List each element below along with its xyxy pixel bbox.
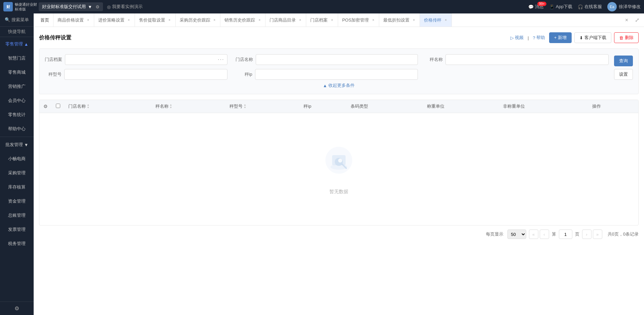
sidebar-item-smart-shop[interactable]: 智慧门店: [0, 51, 34, 65]
sidebar-item-inventory[interactable]: 库存核算: [0, 180, 34, 194]
page-number-input[interactable]: [559, 230, 572, 239]
sidebar-item-general-ledger[interactable]: 总账管理: [0, 208, 34, 222]
settings-icon[interactable]: ⚙: [96, 4, 100, 9]
download-client-button[interactable]: ⬇ 客户端下载: [574, 32, 611, 43]
tab-home[interactable]: 首页: [36, 13, 53, 27]
tab-price-scale[interactable]: 价格传秤 ×: [420, 13, 452, 27]
tab-close-shop-catalog[interactable]: ×: [298, 18, 302, 22]
video-icon: ▷: [510, 35, 514, 40]
tab-purchase-strategy[interactable]: 进价策略设置 ×: [94, 13, 135, 27]
page-size-select[interactable]: 50 10 20 100: [507, 230, 526, 239]
tab-close-purchase-strategy[interactable]: ×: [127, 18, 131, 22]
headset-icon: 🎧: [578, 4, 583, 9]
content-area: 首页 商品价格设置 × 进价策略设置 × 售价提取设置 × 采购历史价跟踪 × …: [34, 13, 644, 315]
tab-bar: 首页 商品价格设置 × 进价策略设置 × 售价提取设置 × 采购历史价跟踪 × …: [34, 13, 644, 27]
page-suffix: 页: [575, 231, 579, 237]
sort-scale-model[interactable]: 秤型号 ▲▼: [229, 103, 246, 109]
sidebar-item-help-center[interactable]: 帮助中心: [0, 122, 34, 136]
messages-button[interactable]: 💬 消息 99+: [528, 4, 544, 10]
th-operation: 操作: [588, 100, 638, 113]
tab-sales-history[interactable]: 销售历史价跟踪 ×: [220, 13, 265, 27]
sidebar-item-online-store[interactable]: 零售商城: [0, 65, 34, 79]
sidebar-item-member-center[interactable]: 会员中心: [0, 94, 34, 108]
help-video-link[interactable]: ▷ 视频: [510, 35, 524, 41]
tab-purchase-history[interactable]: 采购历史价跟踪 ×: [176, 13, 221, 27]
eye-icon: ◎: [107, 4, 111, 9]
sidebar-item-tax-mgmt[interactable]: 税务管理: [0, 237, 34, 251]
tab-shop-catalog[interactable]: 门店商品目录 ×: [265, 13, 306, 27]
th-weight-unit: 称重单位: [423, 100, 499, 113]
tab-close-all-button[interactable]: ×: [623, 16, 630, 24]
sidebar-settings-icon[interactable]: ⚙: [0, 305, 34, 312]
mobile-icon: 📱: [549, 4, 554, 9]
th-non-weight-unit: 非称重单位: [499, 100, 588, 113]
tab-close-sales-history[interactable]: ×: [258, 18, 261, 22]
filter-shop-name: 门店名称: [236, 54, 418, 65]
sidebar-item-retail-mgmt[interactable]: 零售管理 ▲: [0, 37, 34, 51]
tab-pos-management[interactable]: POS加密管理 ×: [338, 13, 379, 27]
tab-close-commodity-price[interactable]: ×: [86, 18, 90, 22]
th-shop-name: 门店名称 ▲▼: [64, 100, 151, 113]
tab-close-sale-price[interactable]: ×: [168, 18, 171, 22]
filter-scale-name-input[interactable]: [445, 54, 609, 65]
page-size-label: 每页显示: [486, 231, 503, 237]
first-page-button[interactable]: «: [529, 230, 538, 239]
sidebar-item-finance-mgmt[interactable]: 资金管理: [0, 194, 34, 208]
collapse-row: ▲ 收起更多条件: [45, 82, 633, 89]
th-barcode-type: 条码类型: [347, 100, 423, 113]
tab-close-shop-file[interactable]: ×: [330, 18, 334, 22]
tab-sale-price[interactable]: 售价提取设置 ×: [135, 13, 176, 27]
page-title: 价格传秤设置: [39, 34, 71, 41]
sort-scale-name[interactable]: 秤名称 ▲▼: [155, 103, 172, 109]
tab-min-discount[interactable]: 最低折扣设置 ×: [379, 13, 420, 27]
th-scale-name: 秤名称 ▲▼: [151, 100, 225, 113]
empty-row: 暂无数据: [39, 113, 638, 225]
settings-button[interactable]: 设置: [614, 69, 633, 80]
sidebar-item-purchase-mgmt[interactable]: 采购管理: [0, 166, 34, 180]
sidebar-item-retail-stats[interactable]: 零售统计: [0, 108, 34, 122]
tab-close-price-scale[interactable]: ×: [444, 18, 448, 22]
demo-link[interactable]: ◎ 我要看实例演示: [107, 4, 143, 10]
online-service-button[interactable]: 🎧 在线客服: [578, 4, 602, 10]
next-page-button[interactable]: ›: [582, 230, 592, 239]
filter-shop-name-input[interactable]: [256, 54, 418, 65]
empty-text: 暂无数据: [50, 189, 628, 195]
sidebar-quick-nav[interactable]: 快捷导航: [0, 27, 34, 37]
sort-shop-name[interactable]: 门店名称 ▲▼: [68, 103, 90, 109]
delete-icon: 🗑: [619, 35, 623, 40]
delete-button[interactable]: 🗑 删除: [614, 32, 639, 43]
sidebar-search[interactable]: 🔍 搜索菜单: [0, 13, 34, 27]
prev-page-button[interactable]: ‹: [540, 230, 549, 239]
search-icon: 🔍: [5, 17, 10, 22]
last-page-button[interactable]: »: [593, 230, 602, 239]
sidebar-item-marketing[interactable]: 营销推广: [0, 79, 34, 94]
query-button[interactable]: 查询: [614, 56, 633, 66]
tab-shop-file[interactable]: 门店档案 ×: [306, 13, 338, 27]
filter-scale-model-label: 秤型号: [45, 71, 62, 77]
collapse-button[interactable]: ▲ 收起更多条件: [323, 82, 355, 89]
tab-commodity-price[interactable]: 商品价格设置 ×: [53, 13, 94, 27]
filter-scale-model-input[interactable]: [64, 69, 227, 80]
sidebar-item-wholesale-mgmt[interactable]: 批发管理 ▼: [0, 138, 34, 152]
add-button[interactable]: + 新增: [549, 32, 572, 43]
user-menu[interactable]: Ea 徐泽华修改: [607, 2, 641, 11]
column-settings-icon[interactable]: ⚙: [43, 104, 48, 109]
arrow-down-icon: ▼: [24, 142, 29, 147]
sidebar-item-invoice-mgmt[interactable]: 发票管理: [0, 222, 34, 237]
sidebar-item-xiaochangec[interactable]: 小畅电商: [0, 152, 34, 166]
tab-maximize-button[interactable]: ⤢: [633, 16, 641, 24]
filter-shop-file-input[interactable]: ···: [65, 54, 227, 65]
tab-close-purchase-history[interactable]: ×: [213, 18, 216, 22]
message-icon: 💬: [528, 4, 534, 9]
pagination-bar: 每页显示 50 10 20 100 « ‹ 算 页 › » 共0页，0条记录: [39, 225, 639, 240]
app-download-button[interactable]: 📱 App下载: [549, 4, 572, 10]
select-all-checkbox[interactable]: [56, 104, 60, 108]
tab-close-pos-management[interactable]: ×: [371, 18, 375, 22]
filter-scale-ip-input[interactable]: [255, 69, 418, 80]
table-container: ⚙ 门店名称 ▲▼: [39, 100, 639, 225]
chevron-down-icon: ▼: [88, 4, 92, 9]
logo-text: 畅捷通好业财 标准版: [15, 2, 37, 12]
tab-close-min-discount[interactable]: ×: [412, 18, 416, 22]
edition-selector[interactable]: 好业财标准版交付试用 ▼ ⚙: [39, 2, 103, 11]
help-link[interactable]: ? 帮助: [533, 35, 545, 41]
